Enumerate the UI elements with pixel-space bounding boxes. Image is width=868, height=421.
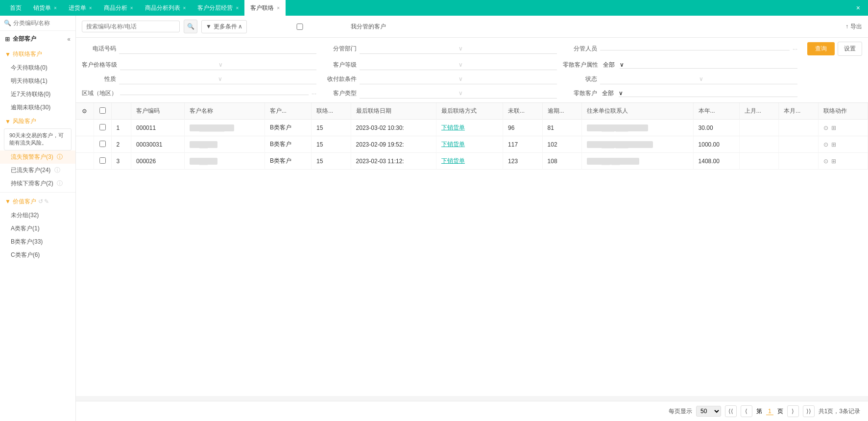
filter-manager-dots[interactable]: ··· (793, 46, 797, 52)
filter-region-select[interactable] (120, 92, 309, 95)
th-this-month[interactable]: 本月... (779, 103, 819, 120)
nav-tab-customer-segment[interactable]: 客户分层经营 × (192, 0, 244, 16)
sidebar-search-input[interactable] (13, 20, 72, 26)
more-conditions-button[interactable]: ▼ 更多条件 ∧ (201, 20, 247, 33)
select-all-checkbox[interactable] (99, 107, 106, 114)
close-tab-customer-contact[interactable]: × (277, 5, 280, 11)
filter-price-level-select[interactable]: ∨ (120, 60, 316, 70)
th-unit-contact[interactable]: 往来单位联系人 (582, 103, 693, 120)
td-last-contact-method[interactable]: 下销货单 (436, 120, 503, 136)
sidebar-item-overdue[interactable]: 逾期未联络(30) (0, 101, 75, 114)
nav-tab-sales[interactable]: 销货单 × (27, 0, 63, 16)
th-name[interactable]: 客户名称 (184, 103, 265, 120)
sidebar-item-week[interactable]: 近7天待联络(0) (0, 88, 75, 101)
my-customers-checkbox-label[interactable]: 我分管的客户 (251, 23, 386, 31)
query-button[interactable]: 查询 (807, 42, 835, 55)
row-checkbox-0[interactable] (99, 124, 106, 130)
sidebar-item-c-class[interactable]: C类客户(6) (0, 248, 75, 262)
td-action: ⊙ ⊞ (818, 136, 868, 153)
nav-tab-analysis-list[interactable]: 商品分析列表 × (139, 0, 192, 16)
filter-status-select[interactable]: ∨ (600, 74, 797, 84)
th-not-contact[interactable]: 未联... (503, 103, 543, 120)
th-last-month[interactable]: 上月... (739, 103, 779, 120)
sidebar-group-pending-contact[interactable]: ▼ 待联络客户 (0, 47, 75, 61)
filter-scatter-customer-select[interactable]: ∨ (619, 90, 797, 97)
filter-customer-type-select[interactable]: ∨ (360, 88, 557, 99)
filter-region-dots[interactable]: ··· (312, 90, 316, 97)
filter-customer-level-select[interactable]: ∨ (360, 60, 557, 70)
nav-tab-purchase[interactable]: 进货单 × (63, 0, 98, 16)
filter-dept-select[interactable]: ∨ (360, 44, 557, 54)
page-size-select[interactable]: 50 100 200 (696, 406, 721, 417)
action-link-icon[interactable]: ⊙ (823, 124, 828, 131)
action-menu-icon[interactable]: ⊞ (831, 124, 836, 131)
action-menu-icon[interactable]: ⊞ (831, 141, 836, 148)
th-contact[interactable]: 联络... (312, 103, 351, 120)
prev-page-button[interactable]: ⟨ (741, 405, 752, 417)
export-icon: ↑ (845, 23, 848, 30)
close-tab-sales[interactable]: × (54, 5, 57, 11)
td-checkbox[interactable] (94, 153, 111, 170)
nav-tab-analysis[interactable]: 商品分析 × (98, 0, 139, 16)
bottom-scrollbar[interactable] (76, 396, 868, 401)
close-tab-customer-segment[interactable]: × (236, 5, 239, 11)
close-all-button[interactable]: × (852, 4, 864, 12)
action-menu-icon[interactable]: ⊞ (831, 158, 836, 165)
close-tab-analysis-list[interactable]: × (183, 5, 186, 11)
sidebar-group-risk-customer[interactable]: ▼ 风险客户 (0, 114, 75, 128)
contact-method-link[interactable]: 下销货单 (441, 124, 465, 131)
sidebar-item-a-class[interactable]: A类客户(1) (0, 222, 75, 235)
filter-scatter-attr-select[interactable]: ∨ (620, 61, 797, 69)
sidebar-collapse-button[interactable]: « (67, 36, 71, 43)
td-this-year: 1000.00 (693, 136, 739, 153)
search-input[interactable] (82, 21, 180, 32)
sidebar-group-value-customer[interactable]: ▼ 价值客户 ↺ ✎ (0, 195, 75, 209)
th-overdue[interactable]: 逾期... (542, 103, 582, 120)
close-tab-purchase[interactable]: × (89, 5, 92, 11)
sidebar-item-b-class[interactable]: B类客户(33) (0, 235, 75, 248)
export-button[interactable]: ↑ 导出 (845, 23, 862, 31)
td-this-month (779, 136, 819, 153)
setting-button[interactable]: 设置 (838, 42, 862, 56)
filter-manager-label: 分管人员 (563, 45, 597, 53)
sidebar-item-ungrouped[interactable]: 未分组(32) (0, 209, 75, 222)
edit-icon-value[interactable]: ✎ (44, 198, 49, 205)
nav-tab-home[interactable]: 首页 (4, 4, 27, 12)
action-icons: ⊙ ⊞ (823, 124, 863, 131)
close-tab-analysis[interactable]: × (130, 5, 133, 11)
filter-nature-select[interactable]: ∨ (119, 74, 316, 84)
td-last-contact-method[interactable]: 下销货单 (436, 136, 503, 153)
th-code[interactable]: 客户编码 (131, 103, 185, 120)
refresh-icon-value[interactable]: ↺ (38, 198, 43, 205)
filter-phone-input[interactable] (119, 44, 316, 54)
th-last-contact-method[interactable]: 最后联络方式 (436, 103, 503, 120)
action-link-icon[interactable]: ⊙ (823, 141, 828, 148)
nav-tab-customer-contact[interactable]: 客户联络 × (244, 0, 286, 16)
sidebar-item-today[interactable]: 今天待联络(0) (0, 61, 75, 74)
td-last-contact-method[interactable]: 下销货单 (436, 153, 503, 170)
first-page-button[interactable]: ⟨⟨ (725, 405, 737, 417)
action-link-icon[interactable]: ⊙ (823, 158, 828, 165)
next-page-button[interactable]: ⟩ (787, 405, 799, 417)
td-checkbox[interactable] (94, 120, 111, 136)
th-type[interactable]: 客户... (265, 103, 311, 120)
last-page-button[interactable]: ⟩⟩ (803, 405, 815, 417)
row-checkbox-2[interactable] (99, 157, 106, 164)
row-checkbox-1[interactable] (99, 141, 106, 147)
contact-method-link[interactable]: 下销货单 (441, 157, 465, 164)
th-last-contact-date[interactable]: 最后联络日期 (351, 103, 436, 120)
sidebar-item-loss-warning[interactable]: 流失预警客户(3) ⓘ (0, 150, 75, 164)
sidebar-item-holding[interactable]: 持续下滑客户(2) ⓘ (0, 177, 75, 190)
th-settings[interactable]: ⚙ (76, 103, 94, 120)
search-button[interactable]: 🔍 (184, 20, 197, 33)
table-row: 3 000026 ██ B类客户 15 2023-02-03 11:12: 下销… (76, 153, 868, 170)
th-checkbox[interactable] (94, 103, 111, 120)
filter-manager-select[interactable] (600, 47, 790, 50)
my-customers-checkbox[interactable] (251, 24, 349, 30)
sidebar-item-tomorrow[interactable]: 明天待联络(1) (0, 74, 75, 88)
th-this-year[interactable]: 本年... (693, 103, 739, 120)
sidebar-item-already-lost[interactable]: 已流失客户(24) ⓘ (0, 164, 75, 177)
contact-method-link[interactable]: 下销货单 (441, 141, 465, 148)
filter-payment-select[interactable]: ∨ (360, 74, 557, 84)
td-checkbox[interactable] (94, 136, 111, 153)
